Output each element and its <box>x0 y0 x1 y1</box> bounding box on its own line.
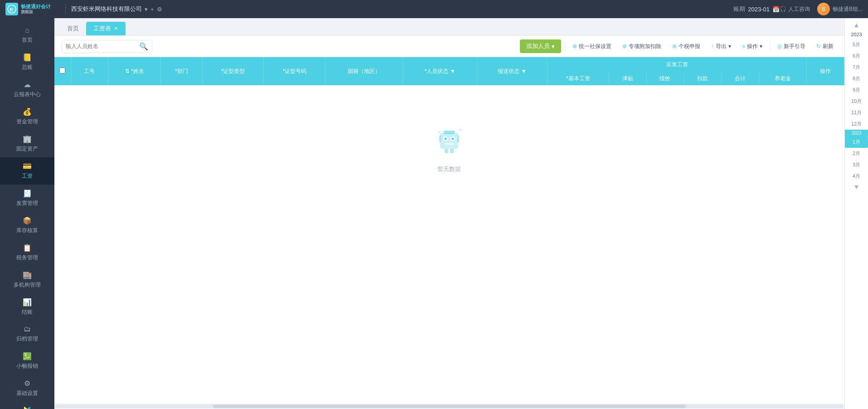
svg-point-6 <box>445 138 447 140</box>
search-input[interactable] <box>66 43 136 49</box>
horizontal-scrollbar[interactable] <box>54 404 844 409</box>
export-icon: ↑ <box>711 43 714 49</box>
main-layout: ⌂首页📒总账☁云报表中心💰资金管理🏢固定资产💳工资🧾发票管理📦库存核算📋税务管理… <box>0 18 868 409</box>
svg-text:好: 好 <box>9 8 14 12</box>
col-dept: *部门 <box>161 57 202 85</box>
logo-icon: 好 <box>5 3 18 15</box>
calendar-icon[interactable]: 📅 <box>772 6 780 13</box>
app-logo: 好 畅捷通好会计 旗舰版 <box>5 3 60 15</box>
tab-salary[interactable]: 工资表✕ <box>86 22 126 35</box>
search-wrapper: 🔍 <box>62 40 152 53</box>
svg-rect-9 <box>439 135 441 142</box>
deduction-action[interactable]: ⊕ 专项附加扣除 <box>619 41 665 52</box>
sidebar-item-label: 首页 <box>22 36 33 44</box>
add-company-icon[interactable]: + <box>150 6 154 13</box>
col-id-type: *证型类型 <box>202 57 264 85</box>
month-item-9月[interactable]: 9月 <box>845 84 868 96</box>
sidebar-item-cloud-report[interactable]: ☁云报表中心 <box>0 76 54 103</box>
add-btn-arrow: ▾ <box>552 43 555 50</box>
month-item-3月[interactable]: 3月 <box>845 159 868 170</box>
svg-text:✦: ✦ <box>437 130 441 134</box>
sidebar-item-fund[interactable]: 💰资金管理 <box>0 103 54 130</box>
month-item-8月[interactable]: 8月 <box>845 73 868 84</box>
export-action[interactable]: ↑ 导出 ▾ <box>708 41 735 52</box>
empty-icon: ✦ ✦ <box>431 122 467 158</box>
settlement-icon: 📊 <box>23 298 32 307</box>
scrollbar-thumb[interactable] <box>213 404 686 408</box>
month-item-11月[interactable]: 11月 <box>845 107 868 118</box>
operate-icon: ≡ <box>742 43 745 49</box>
month-nav-up[interactable]: ▲ <box>845 20 868 30</box>
user-menu[interactable]: B 畅捷通B组... <box>817 3 863 15</box>
sidebar: ⌂首页📒总账☁云报表中心💰资金管理🏢固定资产💳工资🧾发票管理📦库存核算📋税务管理… <box>0 18 54 409</box>
month-item-12月[interactable]: 12月 <box>845 118 868 130</box>
refresh-action[interactable]: ↻ 刷新 <box>813 41 837 52</box>
salary-icon: 💳 <box>23 162 32 170</box>
month-item-1月[interactable]: 1月 <box>845 136 868 148</box>
sidebar-item-label: 发票管理 <box>16 200 38 207</box>
col-id-num: *证型号码 <box>264 57 325 85</box>
month-item-7月[interactable]: 7月 <box>845 62 868 73</box>
guide-icon: 🔰 <box>23 406 32 409</box>
fixed-assets-icon: 🏢 <box>23 135 32 143</box>
sidebar-item-salary[interactable]: 💳工资 <box>0 157 54 185</box>
multi-org-icon: 🏬 <box>23 271 32 279</box>
svg-rect-8 <box>445 143 454 145</box>
sidebar-item-home[interactable]: ⌂首页 <box>0 22 54 49</box>
social-security-action[interactable]: ⊕ 统一社保设置 <box>569 41 615 52</box>
sidebar-item-settings[interactable]: ⚙基础设置 <box>0 375 54 402</box>
col-deduction: 扣款 <box>684 72 722 85</box>
month-item-6月[interactable]: 6月 <box>845 50 868 62</box>
sidebar-item-inventory[interactable]: 📦库存核算 <box>0 212 54 239</box>
month-item-2月[interactable]: 2月 <box>845 148 868 159</box>
settings-icon[interactable]: ⚙ <box>157 6 162 13</box>
sidebar-item-guide[interactable]: 🔰新手引导 <box>0 402 54 409</box>
tab-close-icon[interactable]: ✕ <box>114 25 118 32</box>
home-icon: ⌂ <box>25 26 29 34</box>
tab-label: 首页 <box>67 25 79 32</box>
col-performance: 绩效 <box>646 72 684 85</box>
guide-label: 新手引导 <box>784 43 805 50</box>
social-security-icon: ⊕ <box>572 43 577 49</box>
guide-icon: ◎ <box>777 43 782 49</box>
empty-state-cell: ✦ ✦ 暂无数据 <box>54 85 844 209</box>
toolbar-divider-2 <box>770 42 770 51</box>
search-icon: 🔍 <box>139 42 148 51</box>
status-filter-icon[interactable]: ▼ <box>450 68 456 74</box>
sidebar-item-archive[interactable]: 🗂归档管理 <box>0 321 54 347</box>
company-selector[interactable]: 西安虾米网络科技有限公司 ▾ + ⚙ <box>71 5 733 13</box>
report-filter-icon[interactable]: ▼ <box>521 68 527 74</box>
month-item-5月[interactable]: 5月 <box>845 39 868 50</box>
sidebar-item-label: 工资 <box>22 172 33 180</box>
col-name: ⇅ *姓名 <box>108 57 161 85</box>
select-all-checkbox[interactable] <box>59 68 65 73</box>
top-bar: 好 畅捷通好会计 旗舰版 西安虾米网络科技有限公司 ▾ + ⚙ 账期 2023-… <box>0 0 868 18</box>
sidebar-item-invoice[interactable]: 🧾发票管理 <box>0 185 54 212</box>
period-selector[interactable]: 账期 2023-01 📅 <box>733 5 780 13</box>
tab-home[interactable]: 首页 <box>60 22 86 35</box>
col-pension: 养老金 <box>759 72 807 85</box>
ai-consult-button[interactable]: 🎧 人工咨询 <box>780 5 810 13</box>
col-status: *人员状态 ▼ <box>403 57 477 85</box>
month-item-10月[interactable]: 10月 <box>845 96 868 107</box>
sidebar-item-label: 固定资产 <box>16 145 38 153</box>
sidebar-item-expense[interactable]: 💹小畅报销 <box>0 347 54 375</box>
guide-action[interactable]: ◎ 新手引导 <box>774 41 809 52</box>
add-person-button[interactable]: 添加人员 ▾ <box>520 39 561 53</box>
sidebar-item-settlement[interactable]: 📊结账 <box>0 293 54 321</box>
tax-action[interactable]: ⊕ 个税申报 <box>669 41 704 52</box>
deduction-label: 专项附加扣除 <box>629 43 661 50</box>
col-report-status: 报送状态 ▼ <box>477 57 548 85</box>
table-container: 工号 ⇅ *姓名 *部门 *证型类型 *证型号码 国籍（地区） *人员状态 ▼ … <box>54 57 844 404</box>
operate-action[interactable]: ≡ 操作 ▾ <box>738 41 766 52</box>
add-btn-label: 添加人员 <box>526 42 550 50</box>
month-item-4月[interactable]: 4月 <box>845 170 868 182</box>
company-dropdown-icon[interactable]: ▾ <box>145 6 148 13</box>
sidebar-item-tax[interactable]: 📋税务管理 <box>0 239 54 266</box>
sidebar-item-multi-org[interactable]: 🏬多机构管理 <box>0 266 54 293</box>
app-version: 旗舰版 <box>21 10 51 15</box>
svg-text:✦: ✦ <box>458 127 462 132</box>
sidebar-item-fixed-assets[interactable]: 🏢固定资产 <box>0 130 54 157</box>
sidebar-item-ledger[interactable]: 📒总账 <box>0 49 54 76</box>
month-nav-down[interactable]: ▼ <box>845 182 868 192</box>
